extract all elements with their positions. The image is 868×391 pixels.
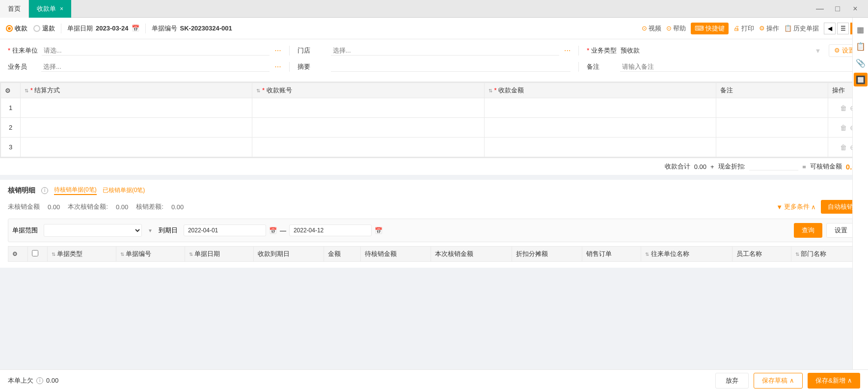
th-remark-label: 备注 (720, 86, 733, 94)
tab-done[interactable]: 已核销单据(0笔) (103, 186, 145, 195)
plus-sign: + (710, 163, 714, 170)
minimize-button[interactable]: — (813, 2, 827, 16)
shortcut-icon: ⌨ (695, 25, 704, 32)
toolbar-right: ⊙ 视频 ⊙ 帮助 ⌨ 快捷键 🖨 打印 ⚙ 操作 📋 历史单据 ◀ ☰ ⊞ (642, 23, 862, 34)
tab-receipt-label: 收款单 (37, 4, 56, 13)
salesman-input[interactable] (41, 62, 270, 72)
query-button[interactable]: 查询 (794, 223, 822, 238)
video-button[interactable]: ⊙ 视频 (642, 24, 661, 33)
shortcut-label: 快捷键 (705, 24, 725, 33)
row-account-1[interactable] (252, 98, 484, 118)
bth-checkbox[interactable] (28, 247, 48, 262)
side-attach-icon[interactable]: 📎 (854, 56, 868, 70)
bth-employee-label: 员工名称 (736, 250, 762, 257)
bth-sale-order-label: 销售订单 (586, 250, 612, 257)
filter-setting-button[interactable]: 设置 (826, 223, 856, 238)
verify-section: 核销明细 i 待核销单据(0笔) 已核销单据(0笔) 未核销金额 0.00 本次… (0, 180, 868, 268)
row-amount-3[interactable] (484, 138, 716, 157)
tab-receipt[interactable]: 收款单 × (29, 0, 71, 18)
range-select[interactable] (44, 224, 142, 237)
select-all-checkbox[interactable] (32, 250, 38, 256)
th-account-label: 收款账号 (262, 86, 292, 94)
print-button[interactable]: 🖨 打印 (733, 24, 754, 33)
more-filter-button[interactable]: ▼ 更多条件 ∧ (776, 202, 816, 211)
biz-type-arrow[interactable]: ▼ (815, 47, 821, 55)
row-remark-3[interactable] (716, 138, 828, 157)
total-value: 0.00 (694, 163, 706, 170)
calendar-to-icon[interactable]: 📅 (375, 227, 382, 234)
row-remark-1[interactable] (716, 98, 828, 118)
total-label: 收款合计 (665, 162, 690, 171)
row-remark-2[interactable] (716, 118, 828, 138)
bottom-info-icon[interactable]: i (36, 377, 43, 384)
maximize-button[interactable]: □ (831, 2, 844, 16)
side-table-icon[interactable]: ▦ (854, 23, 868, 36)
store-more-button[interactable]: ··· (564, 46, 570, 55)
calendar-from-icon[interactable]: 📅 (269, 227, 277, 234)
window-controls: — □ × (813, 2, 868, 16)
tab-pending[interactable]: 待核销单据(0笔) (54, 186, 97, 195)
close-button[interactable]: × (848, 2, 862, 16)
doc-date-label: 单据日期 (67, 24, 93, 33)
date-to-input[interactable]: 2022-04-12 (289, 224, 372, 236)
delete-icon-1[interactable]: 🗑 (840, 104, 847, 112)
delete-icon-2[interactable]: 🗑 (840, 124, 847, 132)
row-num-2: 2 (1, 118, 21, 138)
row-settle-3[interactable] (21, 138, 252, 157)
side-expand-icon[interactable]: 🔲 (854, 73, 868, 86)
counterpart-input[interactable] (42, 46, 270, 56)
row-settle-2[interactable] (21, 118, 252, 138)
help-button[interactable]: ⊙ 帮助 (666, 24, 686, 33)
divider-2 (145, 24, 146, 33)
receipt-radio[interactable]: 收款 (6, 24, 27, 33)
store-input[interactable] (331, 46, 559, 56)
summary-label: 摘要 (298, 62, 327, 71)
doc-no-value: SK-20230324-001 (180, 25, 232, 32)
history-icon: 📋 (784, 25, 792, 32)
tab-close-icon[interactable]: × (60, 5, 63, 12)
delete-icon-3[interactable]: 🗑 (840, 143, 847, 151)
discount-input[interactable] (749, 163, 798, 170)
save-draft-button[interactable]: 保存草稿 ∧ (754, 373, 803, 389)
verify-header: 核销明细 i 待核销单据(0笔) 已核销单据(0笔) (8, 186, 860, 195)
side-clipboard-icon[interactable]: 📋 (854, 39, 868, 53)
operate-button[interactable]: ⚙ 操作 (759, 24, 779, 33)
equals-sign: = (802, 163, 806, 170)
shortcut-button[interactable]: ⌨ 快捷键 (691, 23, 729, 34)
filter-label: 更多条件 (784, 202, 810, 211)
th-settle-label: 结算方式 (30, 86, 60, 94)
remark-input[interactable] (620, 62, 860, 72)
row-amount-2[interactable] (484, 118, 716, 138)
calendar-icon[interactable]: 📅 (132, 25, 139, 32)
bth-gear[interactable]: ⚙ (8, 247, 28, 262)
th-settings[interactable]: ⚙ (1, 83, 21, 98)
bth-doc-no-label: 单据编号 (126, 250, 151, 257)
counterpart-more-button[interactable]: ··· (274, 46, 281, 55)
row-account-2[interactable] (252, 118, 484, 138)
net-label: 可核销金额 (810, 162, 842, 171)
unverified-label: 未核销金额 (8, 202, 40, 211)
verify-info-icon[interactable]: i (41, 187, 48, 194)
bottom-info-label: 本单上欠 (8, 376, 33, 385)
row-account-3[interactable] (252, 138, 484, 157)
print-label: 打印 (741, 24, 754, 33)
grid-view-button[interactable]: ☰ (837, 23, 849, 34)
th-amount: ⇅ 收款金额 (484, 83, 716, 98)
range-chevron: ▼ (148, 228, 153, 233)
row-amount-1[interactable] (484, 98, 716, 118)
refund-radio[interactable]: 退款 (33, 24, 55, 33)
print-icon: 🖨 (733, 25, 740, 32)
tab-home[interactable]: 首页 (0, 0, 29, 18)
summary-input[interactable] (331, 62, 571, 72)
bottom-bar: 本单上欠 i 0.00 放弃 保存草稿 ∧ 保存&新增 ∧ (0, 369, 868, 391)
bth-amount: 金额 (324, 247, 360, 262)
summary-row: 收款合计 0.00 + 现金折扣: = 可核销金额 0.00 (0, 158, 868, 175)
list-view-button[interactable]: ◀ (824, 23, 836, 34)
salesman-more-button[interactable]: ··· (274, 62, 281, 71)
refund-radio-label: 退款 (42, 24, 55, 33)
date-from-input[interactable]: 2022-04-01 (184, 224, 266, 236)
discard-button[interactable]: 放弃 (715, 373, 749, 389)
save-new-button[interactable]: 保存&新增 ∧ (808, 373, 860, 389)
row-settle-1[interactable] (21, 98, 252, 118)
history-button[interactable]: 📋 历史单据 (784, 24, 819, 33)
